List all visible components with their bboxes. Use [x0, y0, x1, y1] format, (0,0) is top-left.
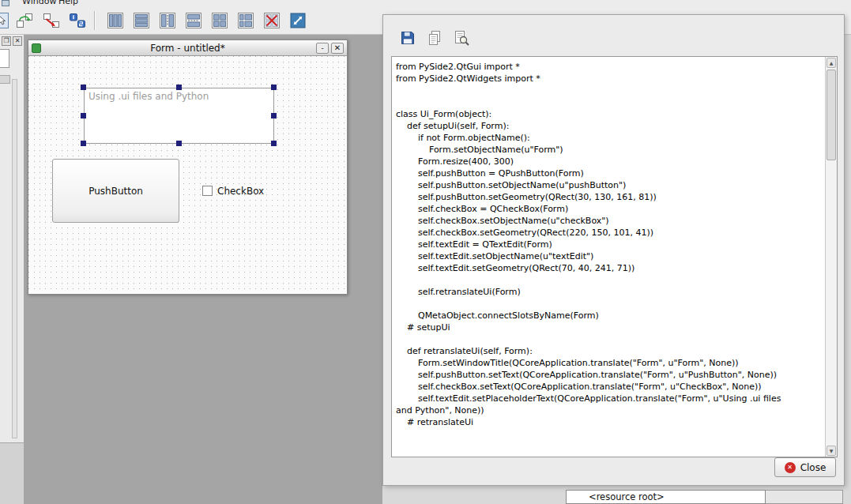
widget-box-scrollbar[interactable]: [12, 79, 17, 438]
toolbar-button-break-layout[interactable]: [262, 10, 282, 31]
lay-out-horizontally-icon: [107, 12, 124, 29]
dock-close-icon: ✕: [15, 37, 21, 44]
minimize-icon: -: [321, 44, 323, 52]
close-circle-icon: ✕: [785, 462, 796, 473]
close-button-label: Close: [800, 462, 827, 473]
widget-category-item[interactable]: [0, 75, 10, 84]
toolbar-button-edit-widgets[interactable]: [0, 10, 11, 31]
copy-icon: [426, 29, 443, 47]
close-window-button[interactable]: ✕: [331, 43, 344, 54]
mdi-area: Form - untitled* - ✕ Using .ui files and…: [24, 35, 382, 504]
copy-button[interactable]: [424, 28, 445, 48]
toolbar-button-edit-signals-slots[interactable]: [14, 10, 35, 31]
edit-tab-order-icon: [69, 12, 86, 29]
selection-handle[interactable]: [176, 141, 182, 146]
menu-window[interactable]: Window: [22, 0, 56, 6]
form-window-title: Form - untitled*: [28, 43, 347, 54]
selection-handle[interactable]: [81, 85, 86, 90]
save-button[interactable]: [397, 28, 418, 48]
pushbutton-widget[interactable]: PushButton: [52, 159, 179, 223]
scroll-down-icon: ▼: [830, 448, 834, 453]
resource-browser-side-fragment: [766, 490, 843, 504]
checkbox-indicator[interactable]: [202, 186, 213, 196]
scroll-down-button[interactable]: ▼: [827, 446, 836, 456]
form-canvas[interactable]: Using .ui files and Python PushButton Ch…: [28, 56, 347, 294]
scroll-up-button[interactable]: ▲: [827, 58, 836, 68]
menu-bar: Window Help: [0, 0, 851, 7]
lay-out-in-grid-icon: [211, 12, 228, 29]
save-icon: [399, 29, 416, 47]
checkbox-label: CheckBox: [217, 186, 264, 197]
toolbar-button-lay-out-in-form-layout[interactable]: [235, 10, 256, 31]
widget-filter-input[interactable]: [0, 49, 9, 68]
menu-help[interactable]: Help: [58, 0, 78, 6]
lay-out-vertically-in-splitter-icon: [185, 12, 202, 29]
code-preview-dialog: from PySide2.QtGui import * from PySide2…: [382, 14, 845, 486]
edit-widgets-icon: [0, 12, 9, 29]
minimize-button[interactable]: -: [316, 43, 329, 54]
document-icon: [2, 0, 9, 6]
toolbar-button-edit-buddies[interactable]: [41, 10, 62, 31]
pushbutton-label: PushButton: [88, 186, 143, 197]
lay-out-in-form-layout-icon: [237, 12, 254, 29]
close-dialog-button[interactable]: ✕ Close: [774, 457, 836, 477]
dock-float-button[interactable]: ❐: [2, 36, 11, 46]
qt-designer-app: Window Help: [0, 0, 851, 504]
selection-handle[interactable]: [176, 85, 182, 90]
scroll-up-icon: ▲: [830, 60, 834, 66]
resource-root-item[interactable]: <resource root>: [589, 491, 665, 502]
selection-handle[interactable]: [271, 113, 277, 118]
resource-browser-panel: <resource root>: [566, 490, 766, 504]
selection-handle[interactable]: [271, 85, 277, 90]
dock-close-button[interactable]: ✕: [13, 36, 22, 46]
selection-handle[interactable]: [81, 141, 86, 146]
checkbox-widget[interactable]: CheckBox: [202, 175, 282, 207]
code-scrollbar[interactable]: ▲ ▼: [825, 57, 837, 457]
selection-handle[interactable]: [271, 141, 277, 146]
code-view[interactable]: from PySide2.QtGui import * from PySide2…: [391, 56, 838, 457]
toolbar-button-edit-tab-order[interactable]: [67, 10, 88, 31]
lay-out-horizontally-in-splitter-icon: [159, 12, 176, 29]
close-icon: ✕: [334, 43, 341, 52]
lay-out-vertically-icon: [133, 12, 150, 29]
edit-signals-slots-icon: [16, 12, 33, 29]
toolbar-button-lay-out-horizontally[interactable]: [105, 10, 126, 31]
find-button[interactable]: [451, 28, 472, 48]
toolbar-button-lay-out-horizontally-in-splitter[interactable]: [157, 10, 178, 31]
scrollbar-thumb[interactable]: [827, 70, 836, 160]
dock-float-icon: ❐: [3, 37, 9, 44]
form-window-titlebar[interactable]: Form - untitled* - ✕: [28, 40, 347, 56]
form-window: Form - untitled* - ✕ Using .ui files and…: [28, 39, 348, 295]
toolbar-button-adjust-size[interactable]: [288, 10, 308, 31]
bottom-dock-fragment: [0, 442, 24, 504]
selection-handle[interactable]: [81, 113, 86, 118]
toolbar-separator: [94, 11, 96, 30]
code-text: from PySide2.QtGui import * from PySide2…: [392, 57, 825, 457]
break-layout-icon: [263, 12, 281, 29]
textedit-placeholder: Using .ui files and Python: [85, 88, 273, 104]
toolbar-button-lay-out-vertically-in-splitter[interactable]: [183, 10, 204, 31]
toolbar-button-lay-out-vertically[interactable]: [131, 10, 152, 31]
adjust-size-icon: [289, 12, 307, 29]
edit-buddies-icon: [43, 12, 60, 29]
toolbar-button-lay-out-in-grid[interactable]: [209, 10, 230, 31]
textedit-widget[interactable]: Using .ui files and Python: [84, 88, 274, 144]
find-icon: [453, 29, 470, 47]
widget-box-panel: ❐ ✕: [0, 35, 24, 504]
